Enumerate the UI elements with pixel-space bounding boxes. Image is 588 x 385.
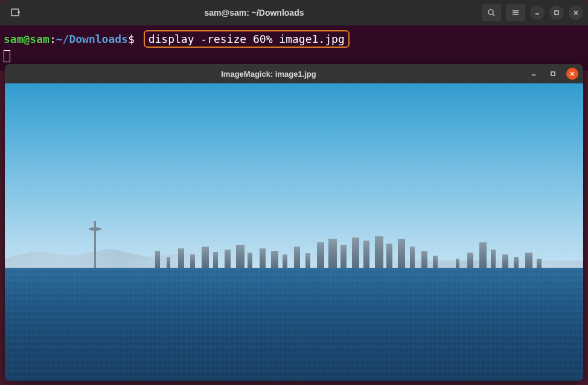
maximize-icon: [554, 10, 560, 16]
svg-rect-9: [555, 11, 558, 15]
image-viewer-titlebar[interactable]: ImageMagick: image1.jpg: [5, 64, 583, 83]
terminal-prompt: sam@sam:~/Downloads$: [4, 33, 141, 45]
command-text: display -resize 60% image1.jpg: [149, 33, 345, 45]
menu-button[interactable]: [506, 4, 525, 21]
prompt-path: ~/Downloads: [56, 33, 128, 45]
new-tab-button[interactable]: [5, 4, 27, 21]
search-button[interactable]: [482, 4, 501, 21]
water-region: [5, 268, 583, 381]
new-tab-icon: [10, 7, 21, 18]
image-viewer-title: ImageMagick: image1.jpg: [10, 70, 528, 79]
image-close-button[interactable]: [566, 68, 578, 80]
image-minimize-button[interactable]: [528, 68, 540, 80]
close-icon: [573, 10, 579, 16]
prompt-at: @: [24, 33, 30, 45]
close-button[interactable]: [569, 5, 583, 20]
image-maximize-button[interactable]: [547, 68, 559, 80]
terminal-titlebar: sam@sam: ~/Downloads: [0, 0, 588, 25]
terminal-cursor: [4, 50, 10, 62]
maximize-button[interactable]: [549, 5, 564, 20]
image-content[interactable]: [5, 83, 583, 381]
prompt-host: sam: [30, 33, 50, 45]
minimize-icon: [531, 71, 537, 77]
terminal-window: sam@sam: ~/Downloads: [0, 0, 588, 71]
minimize-icon: [534, 10, 540, 16]
prompt-user: sam: [4, 33, 24, 45]
hamburger-icon: [511, 8, 520, 17]
svg-rect-13: [551, 72, 555, 76]
svg-point-3: [488, 10, 493, 15]
terminal-title: sam@sam: ~/Downloads: [27, 8, 482, 18]
city-skyline: [5, 231, 583, 268]
prompt-colon: :: [50, 33, 56, 45]
svg-line-4: [493, 14, 494, 16]
image-viewer-window: ImageMagick: image1.jpg: [5, 64, 583, 381]
image-viewer-controls: [528, 68, 578, 80]
terminal-titlebar-controls: [482, 4, 583, 21]
search-icon: [487, 8, 496, 17]
minimize-button[interactable]: [530, 5, 545, 20]
maximize-icon: [550, 71, 556, 77]
command-highlight-box: display -resize 60% image1.jpg: [144, 30, 350, 48]
prompt-dollar: $: [128, 33, 135, 45]
close-icon: [569, 71, 575, 77]
